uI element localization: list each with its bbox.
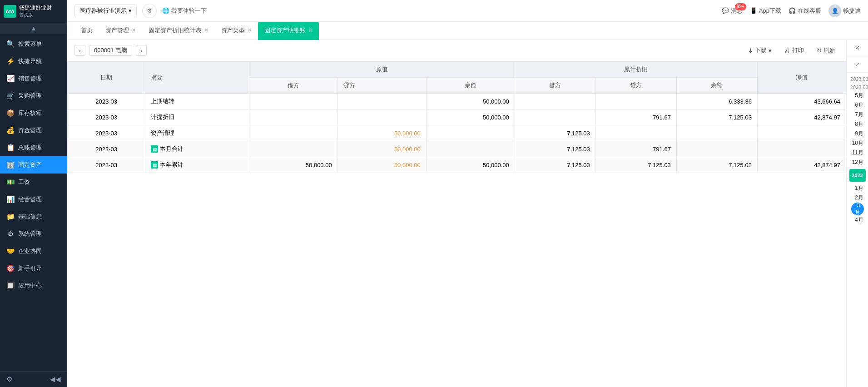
service-button[interactable]: 🎧 在线客服 <box>789 7 821 15</box>
purchase-icon: 🛒 <box>6 92 15 100</box>
download-chevron-icon: ▾ <box>769 47 772 54</box>
sidebar-item-enterprise[interactable]: 🤝企业协同 <box>0 243 67 260</box>
sidebar-label-operation: 经营管理 <box>18 195 42 203</box>
download-button[interactable]: 📱 App下载 <box>750 7 781 15</box>
cell-orig-credit: 50,000.00 <box>337 125 426 141</box>
cell-acc-debit: 7,125.03 <box>515 157 595 173</box>
sidebar-item-salary[interactable]: 💵工资 <box>0 174 67 191</box>
asset-nav: ‹ 000001 电脑 › <box>74 45 147 56</box>
cal-month-10月[interactable]: 10月 <box>847 139 868 148</box>
collapse-icon[interactable]: ◀◀ <box>50 375 61 383</box>
orig-debit: 借方 <box>249 78 337 94</box>
cell-summary: ▦本年累计 <box>145 157 249 173</box>
refresh-button[interactable]: ↻ 刷新 <box>813 45 839 56</box>
cal-year-badge-2023: 2023 <box>847 167 868 184</box>
cal-year-top2: 2023.03 <box>847 83 868 91</box>
tab-close-asset-ledger[interactable]: ✕ <box>308 27 312 33</box>
cal-month-2023-3月[interactable]: 3月 <box>851 203 864 215</box>
sidebar-item-sales[interactable]: 📈销售管理 <box>0 70 67 87</box>
next-asset-button[interactable]: › <box>136 45 147 56</box>
settings-icon[interactable]: ⚙ <box>6 375 12 383</box>
cell-orig-credit <box>337 109 426 125</box>
main-area: 医疗器械行业演示 ▾ ⚙ 🌐 我要体验一下 💬 消息 99+ 📱 App下载 🎧… <box>67 0 868 387</box>
sidebar-item-ledger[interactable]: 📋总账管理 <box>0 139 67 156</box>
cal-month-8月[interactable]: 8月 <box>847 119 868 129</box>
system-icon: ⚙ <box>6 230 15 238</box>
company-selector[interactable]: 医疗器械行业演示 ▾ <box>74 5 137 17</box>
cal-month-2023-4月[interactable]: 4月 <box>847 215 868 225</box>
sidebar-item-guide[interactable]: 🎯新手引导 <box>0 260 67 277</box>
sidebar-item-inventory[interactable]: 📦库存核算 <box>0 104 67 122</box>
cal-month-5月[interactable]: 5月 <box>847 91 868 100</box>
print-icon: 🖨 <box>784 47 790 54</box>
message-icon: 💬 <box>722 7 729 14</box>
asset-tag: 000001 电脑 <box>89 45 132 56</box>
tab-home[interactable]: 首页 <box>74 22 99 40</box>
sidebar-item-purchase[interactable]: 🛒采购管理 <box>0 87 67 104</box>
tab-close-depreciation-stats[interactable]: ✕ <box>204 27 208 33</box>
cell-orig-balance: 50,000.00 <box>426 109 515 125</box>
cell-net: 42,874.97 <box>757 109 846 125</box>
inventory-icon: 📦 <box>6 109 15 117</box>
acc-credit: 贷方 <box>595 78 676 94</box>
cell-net <box>757 141 846 157</box>
cell-summary: 上期结转 <box>145 94 249 109</box>
acc-balance: 余额 <box>676 78 757 94</box>
print-label: 打印 <box>792 46 804 55</box>
refresh-icon: ↻ <box>817 47 822 54</box>
search-icon: 🔍 <box>6 40 15 48</box>
operation-icon: 📊 <box>6 195 15 203</box>
sidebar-item-capital[interactable]: 💰资金管理 <box>0 122 67 139</box>
cell-acc-debit <box>515 109 595 125</box>
tab-close-asset-type[interactable]: ✕ <box>248 27 252 33</box>
table-container: 日期 摘要 原值 累计折旧 净值 借方 贷方 余额 借方 贷方 余额 <box>67 61 846 387</box>
cal-month-6月[interactable]: 6月 <box>847 100 868 110</box>
cal-month-11月[interactable]: 11月 <box>847 148 868 158</box>
cal-month-2023-1月[interactable]: 1月 <box>847 184 868 193</box>
sidebar-item-fixed[interactable]: 🏢固定资产 <box>0 156 67 174</box>
sidebar-header: AtA 畅捷通好业财 普及版 <box>0 0 67 23</box>
ledger-table: 日期 摘要 原值 累计折旧 净值 借方 贷方 余额 借方 贷方 余额 <box>67 61 846 173</box>
sidebar-item-system[interactable]: ⚙系统管理 <box>0 225 67 243</box>
sidebar-scroll-up-button[interactable]: ▲ <box>0 23 67 34</box>
prev-asset-button[interactable]: ‹ <box>74 45 85 56</box>
cell-acc-balance: 7,125.03 <box>676 109 757 125</box>
sidebar-item-apps[interactable]: 🔲应用中心 <box>0 277 67 294</box>
download-button[interactable]: ⬇ 下载 ▾ <box>744 45 775 56</box>
message-button[interactable]: 💬 消息 99+ <box>722 7 743 15</box>
ledger-toolbar: ‹ 000001 电脑 › ⬇ 下载 ▾ 🖨 打印 ↻ <box>67 40 846 61</box>
sidebar-item-quick[interactable]: ⚡快捷导航 <box>0 53 67 70</box>
settings-button[interactable]: ⚙ <box>142 4 157 18</box>
cell-net: 43,666.64 <box>757 94 846 109</box>
sidebar-label-quick: 快捷导航 <box>18 57 42 65</box>
cal-month-9月[interactable]: 9月 <box>847 129 868 139</box>
tab-asset-type[interactable]: 资产类型 ✕ <box>215 22 258 40</box>
tab-close-asset-mgmt[interactable]: ✕ <box>132 27 136 33</box>
tab-depreciation-stats[interactable]: 固定资产折旧统计表 ✕ <box>142 22 215 40</box>
sidebar-item-search[interactable]: 🔍搜索菜单 <box>0 35 67 53</box>
cal-month-12月[interactable]: 12月 <box>847 158 868 167</box>
experience-button[interactable]: 🌐 我要体验一下 <box>162 7 207 15</box>
sidebar-item-operation[interactable]: 📊经营管理 <box>0 191 67 208</box>
sidebar-item-basic[interactable]: 📁基础信息 <box>0 208 67 225</box>
cal-month-7月[interactable]: 7月 <box>847 110 868 119</box>
download-label: App下载 <box>759 7 781 15</box>
download-icon: 📱 <box>750 7 757 14</box>
panel-close-button[interactable]: ✕ <box>847 40 868 56</box>
sidebar-label-enterprise: 企业协同 <box>18 247 42 255</box>
panel-expand-button[interactable]: ⤢ <box>847 56 868 73</box>
tab-label-asset-type: 资产类型 <box>221 26 245 35</box>
tab-asset-ledger[interactable]: 固定资产明细账 ✕ <box>258 22 319 40</box>
company-dropdown-icon: ▾ <box>129 7 132 14</box>
tab-asset-mgmt[interactable]: 资产管理 ✕ <box>99 22 142 40</box>
print-button[interactable]: 🖨 打印 <box>781 45 808 56</box>
service-label: 在线客服 <box>798 7 821 15</box>
company-name: 医疗器械行业演示 <box>79 7 127 15</box>
salary-icon: 💵 <box>6 178 15 186</box>
cal-month-2023-2月[interactable]: 2月 <box>847 193 868 203</box>
user-area[interactable]: 👤 畅捷通 <box>828 5 861 17</box>
experience-label: 我要体验一下 <box>171 7 207 15</box>
ledger-area: ‹ 000001 电脑 › ⬇ 下载 ▾ 🖨 打印 ↻ <box>67 40 846 387</box>
cell-orig-balance <box>426 141 515 157</box>
experience-icon: 🌐 <box>162 7 169 14</box>
